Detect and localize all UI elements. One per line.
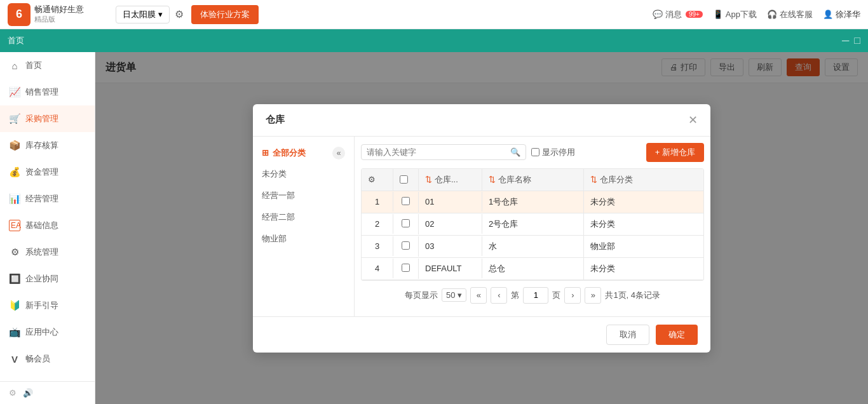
- td-no-4: 4: [362, 259, 393, 278]
- th-name[interactable]: ⇅ 仓库名称: [482, 169, 584, 191]
- row-checkbox-2[interactable]: [402, 219, 410, 227]
- category-operation2[interactable]: 经营二部: [253, 206, 354, 228]
- th-name-label: 仓库名称: [498, 174, 531, 185]
- modal-title: 仓库: [266, 114, 285, 126]
- sidebar-item-member[interactable]: V 畅会员: [0, 346, 95, 372]
- modal-footer: 取消 确定: [253, 316, 710, 353]
- td-code-3: 03: [419, 236, 482, 256]
- search-icon[interactable]: 🔍: [510, 147, 520, 157]
- sidebar-item-system[interactable]: ⚙ 系统管理: [0, 239, 95, 266]
- sidebar: ⌂ 首页 📈 销售管理 🛒 采购管理 📦 库存核算 💰 资金管理 📊 经营管理 …: [0, 52, 95, 404]
- page-unit: 页: [552, 290, 560, 301]
- speaker-icon[interactable]: 🔊: [23, 388, 33, 398]
- minimize-icon[interactable]: ─: [842, 35, 849, 46]
- user-icon: 👤: [823, 10, 833, 19]
- total-info: 共1页, 4条记录: [605, 290, 660, 301]
- member-icon: V: [9, 354, 20, 365]
- td-category-3: 物业部: [584, 236, 686, 257]
- online-service-item[interactable]: 🎧 在线客服: [767, 9, 813, 20]
- th-category-label: 仓库分类: [600, 174, 633, 185]
- sidebar-item-purchase[interactable]: 🛒 采购管理: [0, 105, 95, 132]
- message-item[interactable]: 💬 消息 99+: [653, 9, 703, 20]
- show-disabled-checkbox[interactable]: [531, 148, 539, 156]
- app-icon: 📺: [9, 327, 20, 338]
- td-name-4: 总仓: [482, 258, 584, 279]
- th-checkbox: [393, 169, 419, 191]
- td-name-3: 水: [482, 236, 584, 257]
- logo-icon: 6: [8, 3, 31, 26]
- table-row[interactable]: 4 DEFAULT 总仓 未分类: [362, 258, 703, 280]
- settings-icon[interactable]: ⚙: [175, 8, 184, 20]
- td-cb-4[interactable]: [393, 259, 419, 279]
- show-disabled-text: 显示停用: [542, 147, 575, 158]
- app-download-item[interactable]: 📱 App下载: [713, 9, 757, 20]
- sidebar-label-system: 系统管理: [25, 246, 58, 258]
- td-category-1: 未分类: [584, 191, 686, 213]
- category-all[interactable]: ⊞ 全部分类 «: [253, 143, 354, 163]
- sidebar-label-home: 首页: [25, 60, 42, 71]
- th-code-label: 仓库...: [435, 174, 458, 185]
- message-icon: 💬: [653, 10, 663, 19]
- category-unclassified[interactable]: 未分类: [253, 163, 354, 185]
- home-icon: ⌂: [9, 60, 20, 71]
- th-code[interactable]: ⇅ 仓库...: [419, 169, 482, 191]
- sidebar-item-sales[interactable]: 📈 销售管理: [0, 79, 95, 105]
- sidebar-item-inventory[interactable]: 📦 库存核算: [0, 132, 95, 159]
- select-all-checkbox[interactable]: [400, 175, 408, 184]
- table-row[interactable]: 1 01 1号仓库 未分类: [362, 191, 703, 213]
- setting-bottom-icon[interactable]: ⚙: [9, 388, 17, 398]
- row-checkbox-3[interactable]: [402, 241, 410, 250]
- table-head: ⚙ ⇅ 仓库... ⇅ 仓库名称: [362, 169, 703, 191]
- category-operation1[interactable]: 经营一部: [253, 185, 354, 206]
- sidebar-item-enterprise[interactable]: 🔲 企业协同: [0, 266, 95, 292]
- next-page-btn[interactable]: ›: [564, 287, 581, 304]
- td-name-1: 1号仓库: [482, 191, 584, 213]
- message-badge: 99+: [686, 11, 703, 18]
- store-selector[interactable]: 日太阳膜 ▾: [116, 6, 170, 24]
- collapse-btn[interactable]: «: [332, 147, 345, 159]
- pagination: 每页显示 50 ▾ « ‹ 第 页 › » 共1页: [361, 281, 704, 310]
- td-cb-2[interactable]: [393, 214, 419, 234]
- page-size-select[interactable]: 50 ▾: [442, 288, 466, 302]
- page-number-input[interactable]: [523, 287, 548, 304]
- logo-area: 6 畅通销好生意 精品版: [8, 3, 103, 26]
- row-checkbox-4[interactable]: [402, 264, 410, 272]
- sidebar-item-operation[interactable]: 📊 经营管理: [0, 185, 95, 212]
- confirm-button[interactable]: 确定: [656, 325, 698, 345]
- table-row[interactable]: 3 03 水 物业部: [362, 236, 703, 258]
- store-name: 日太阳膜: [123, 9, 156, 20]
- search-input[interactable]: [367, 147, 510, 157]
- sidebar-item-home[interactable]: ⌂ 首页: [0, 52, 95, 79]
- sidebar-label-sales: 销售管理: [25, 86, 58, 98]
- sidebar-item-app[interactable]: 📺 应用中心: [0, 319, 95, 346]
- table-row[interactable]: 2 02 2号仓库 未分类: [362, 213, 703, 236]
- sidebar-item-base[interactable]: EA 基础信息: [0, 212, 95, 239]
- prev-page-btn[interactable]: ‹: [491, 287, 507, 304]
- user-item[interactable]: 👤 徐泽华: [823, 9, 860, 20]
- show-disabled-label[interactable]: 显示停用: [531, 147, 575, 158]
- warehouse-panel: 🔍 显示停用 + 新增仓库 ⚙: [355, 137, 710, 316]
- th-category[interactable]: ⇅ 仓库分类: [584, 169, 686, 191]
- td-cb-3[interactable]: [393, 236, 419, 257]
- modal-close-button[interactable]: ✕: [688, 113, 698, 127]
- sidebar-item-guide[interactable]: 🔰 新手引导: [0, 292, 95, 319]
- row-checkbox-1[interactable]: [402, 197, 410, 205]
- sidebar-label-enterprise: 企业协同: [25, 273, 58, 285]
- first-page-btn[interactable]: «: [470, 287, 487, 304]
- cancel-button[interactable]: 取消: [606, 325, 649, 345]
- trial-button[interactable]: 体验行业方案: [191, 5, 259, 24]
- enterprise-icon: 🔲: [9, 273, 20, 285]
- maximize-icon[interactable]: □: [854, 35, 860, 46]
- per-page-label: 每页显示: [405, 290, 438, 301]
- new-warehouse-button[interactable]: + 新增仓库: [646, 143, 704, 162]
- last-page-btn[interactable]: »: [585, 287, 601, 304]
- base-icon: EA: [9, 220, 20, 231]
- breadcrumb-home[interactable]: 首页: [8, 35, 24, 46]
- sort-icon: ⇅: [425, 175, 432, 184]
- app-name: 畅通销好生意: [34, 4, 84, 15]
- td-cb-1[interactable]: [393, 192, 419, 212]
- category-property[interactable]: 物业部: [253, 228, 354, 250]
- modal-overlay: 仓库 ✕ ⊞ 全部分类 « 未分类: [95, 52, 868, 404]
- sidebar-label-guide: 新手引导: [25, 300, 58, 311]
- sidebar-item-finance[interactable]: 💰 资金管理: [0, 159, 95, 185]
